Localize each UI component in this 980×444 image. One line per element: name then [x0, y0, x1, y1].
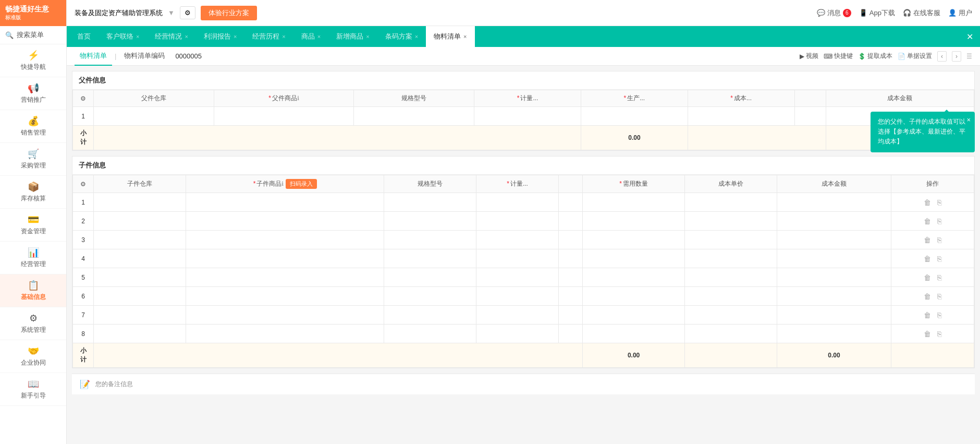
sidebar-item-inventory[interactable]: 📦 库存核算: [0, 176, 66, 209]
child-row-2-goods[interactable]: [186, 212, 384, 231]
child-row-8-spec[interactable]: [384, 325, 476, 343]
tab-goods-close[interactable]: ×: [317, 33, 321, 40]
sidebar-item-guide[interactable]: 📖 新手引导: [0, 373, 66, 406]
child-row-5-qty[interactable]: [583, 268, 685, 287]
child-row-5-unit[interactable]: [476, 268, 558, 287]
user-item[interactable]: 👤 用户: [948, 8, 972, 18]
child-row-2-spec[interactable]: [384, 212, 476, 231]
child-row-5-unit-cost[interactable]: [684, 268, 777, 287]
child-row-4-unit[interactable]: [476, 249, 558, 268]
child-row-5-copy[interactable]: ⎘: [935, 272, 944, 283]
tab-barcode[interactable]: 条码方案 ×: [377, 26, 426, 47]
child-row-1-unit-cost[interactable]: [684, 193, 777, 212]
child-row-4-spec[interactable]: [384, 249, 476, 268]
sidebar-search[interactable]: 🔍 搜索菜单: [0, 26, 66, 44]
close-all-tabs[interactable]: ✕: [962, 32, 977, 42]
tab-history-close[interactable]: ×: [282, 33, 285, 40]
parent-row-1-cost[interactable]: [688, 107, 794, 126]
child-row-4-unit-cost[interactable]: [684, 249, 777, 268]
child-row-7-qty[interactable]: [583, 306, 685, 325]
child-row-5-delete[interactable]: 🗑: [922, 272, 933, 283]
list-view-icon[interactable]: ☰: [966, 53, 972, 60]
child-row-6-goods[interactable]: [186, 287, 384, 306]
app-download-item[interactable]: 📱 App下载: [859, 8, 895, 18]
subtab-bom-list[interactable]: 物料清单: [75, 47, 112, 66]
child-row-1-goods[interactable]: [186, 193, 384, 212]
gear-button[interactable]: ⚙: [180, 6, 195, 19]
child-row-6-delete[interactable]: 🗑: [922, 291, 933, 302]
child-row-1-spec[interactable]: [384, 193, 476, 212]
child-row-7-copy[interactable]: ⎘: [935, 310, 944, 320]
child-row-8-unit-cost[interactable]: [684, 325, 777, 343]
extract-cost-item[interactable]: 💲 提取成本: [858, 52, 892, 61]
tab-bom[interactable]: 物料清单 ×: [426, 26, 474, 47]
tab-barcode-close[interactable]: ×: [415, 33, 418, 40]
child-row-2-unit[interactable]: [476, 212, 558, 231]
child-row-2-unit-cost[interactable]: [684, 212, 777, 231]
child-row-2-copy[interactable]: ⎘: [935, 216, 944, 226]
sidebar-item-basic[interactable]: 📋 基础信息: [0, 274, 66, 307]
child-row-6-unit-cost[interactable]: [684, 287, 777, 306]
child-row-7-goods[interactable]: [186, 306, 384, 325]
child-row-8-delete[interactable]: 🗑: [922, 329, 933, 339]
child-row-5-goods[interactable]: [186, 268, 384, 287]
child-row-3-unit-cost[interactable]: [684, 231, 777, 249]
prev-arrow[interactable]: ‹: [937, 51, 947, 62]
tab-operation-close[interactable]: ×: [185, 33, 188, 40]
child-row-7-unit-cost[interactable]: [684, 306, 777, 325]
child-row-4-warehouse[interactable]: [94, 249, 186, 268]
child-row-7-unit[interactable]: [476, 306, 558, 325]
child-row-6-copy[interactable]: ⎘: [935, 291, 944, 302]
child-row-2-qty[interactable]: [583, 212, 685, 231]
child-row-1-qty[interactable]: [583, 193, 685, 212]
child-row-1-warehouse[interactable]: [94, 193, 186, 212]
child-row-4-goods[interactable]: [186, 249, 384, 268]
child-row-8-unit[interactable]: [476, 325, 558, 343]
doc-settings-item[interactable]: 📄 单据设置: [898, 52, 932, 61]
tab-goods[interactable]: 商品 ×: [293, 26, 328, 47]
child-row-8-warehouse[interactable]: [94, 325, 186, 343]
child-row-5-warehouse[interactable]: [94, 268, 186, 287]
tooltip-close[interactable]: ×: [966, 115, 971, 126]
child-row-7-spec[interactable]: [384, 306, 476, 325]
parent-row-1-unit[interactable]: [474, 107, 581, 126]
online-service-item[interactable]: 🎧 在线客服: [903, 8, 940, 18]
shortcut-item[interactable]: ⌨ 快捷键: [824, 52, 853, 61]
child-row-4-delete[interactable]: 🗑: [922, 254, 933, 264]
tab-operation[interactable]: 经营情况 ×: [147, 26, 195, 47]
sidebar-item-operation[interactable]: 📊 经营管理: [0, 242, 66, 274]
child-row-6-unit[interactable]: [476, 287, 558, 306]
tab-new-goods-close[interactable]: ×: [366, 33, 369, 40]
tab-profit-close[interactable]: ×: [234, 33, 237, 40]
child-row-8-goods[interactable]: [186, 325, 384, 343]
child-row-6-spec[interactable]: [384, 287, 476, 306]
child-row-4-copy[interactable]: ⎘: [935, 254, 944, 264]
child-row-1-unit[interactable]: [476, 193, 558, 212]
video-item[interactable]: ▶ 视频: [800, 52, 818, 61]
note-icon[interactable]: 📝: [80, 379, 90, 389]
tab-customer-close[interactable]: ×: [136, 33, 139, 40]
tab-history[interactable]: 经营历程 ×: [244, 26, 293, 47]
child-row-3-goods[interactable]: [186, 231, 384, 249]
child-row-3-warehouse[interactable]: [94, 231, 186, 249]
child-row-3-spec[interactable]: [384, 231, 476, 249]
child-row-3-copy[interactable]: ⎘: [935, 235, 944, 245]
child-row-1-copy[interactable]: ⎘: [935, 197, 944, 208]
tab-home[interactable]: 首页: [69, 26, 99, 47]
trial-button[interactable]: 体验行业方案: [201, 6, 257, 20]
child-row-6-qty[interactable]: [583, 287, 685, 306]
child-row-8-qty[interactable]: [583, 325, 685, 343]
child-row-3-qty[interactable]: [583, 231, 685, 249]
sidebar-item-finance[interactable]: 💳 资金管理: [0, 209, 66, 242]
child-row-4-qty[interactable]: [583, 249, 685, 268]
sidebar-item-sales[interactable]: 💰 销售管理: [0, 110, 66, 143]
tab-customer[interactable]: 客户联络 ×: [99, 26, 147, 47]
child-row-1-delete[interactable]: 🗑: [922, 197, 933, 208]
sidebar-item-quick-nav[interactable]: ⚡ 快捷导航: [0, 44, 66, 77]
child-row-3-delete[interactable]: 🗑: [922, 235, 933, 245]
child-row-3-unit[interactable]: [476, 231, 558, 249]
sidebar-item-marketing[interactable]: 📢 营销推广: [0, 77, 66, 110]
parent-row-1-produce[interactable]: [581, 107, 688, 126]
child-row-7-warehouse[interactable]: [94, 306, 186, 325]
next-arrow[interactable]: ›: [952, 51, 961, 62]
